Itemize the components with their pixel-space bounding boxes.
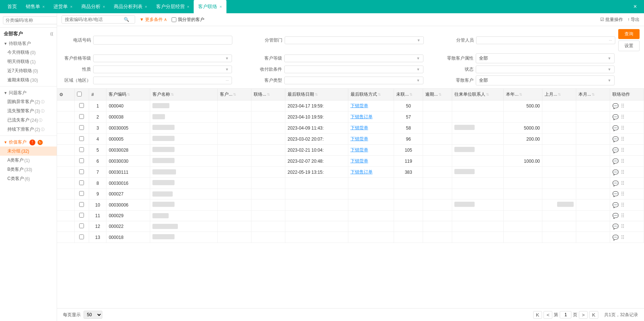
reset-button[interactable]: 设置 [618, 40, 640, 51]
next-page-btn[interactable]: > [579, 311, 588, 319]
th-last-date[interactable]: 最后联络日期⇅ [285, 89, 348, 100]
th-contact[interactable]: 联络...⇅ [251, 89, 285, 100]
nav-tab-sales[interactable]: 销售单 × [21, 0, 49, 13]
nav-tab-purchase[interactable]: 进货单 × [49, 0, 77, 13]
score-customers-group[interactable]: ▼ 价值客户 ! ↻ [0, 137, 57, 147]
row-check-4[interactable] [74, 145, 89, 156]
row-last-way-1[interactable]: 下销售订单 [348, 112, 394, 123]
sidebar-search-input[interactable] [3, 16, 57, 24]
row-checkbox-11[interactable] [79, 223, 84, 228]
department-select[interactable]: ▼ [285, 36, 424, 44]
close-icon-analysis[interactable]: × [103, 4, 105, 9]
close-icon-purchase[interactable]: × [70, 4, 72, 9]
search-icon[interactable]: 🔍 [124, 17, 129, 22]
chat-icon-12[interactable]: 💬 [612, 234, 619, 240]
sidebar-item-declining[interactable]: 持续下滑客户(2) ⓘ [0, 125, 57, 134]
row-check-5[interactable] [74, 156, 89, 167]
customer-type-select[interactable]: ▼ [284, 77, 423, 84]
th-last-month[interactable]: 上月...⇅ [542, 89, 576, 100]
th-cat[interactable]: 客户...⇅ [218, 89, 251, 100]
row-checkbox-10[interactable] [79, 213, 84, 218]
th-overdue[interactable]: 逾期...⇅ [423, 89, 452, 100]
sidebar-item-class-c[interactable]: C类客户(6) [0, 174, 57, 183]
grid-icon-0[interactable]: ⠿ [621, 103, 624, 109]
th-name[interactable]: 客户名称⇅ [150, 89, 218, 100]
row-check-10[interactable] [74, 211, 89, 221]
row-checkbox-8[interactable] [79, 191, 84, 196]
first-page-btn[interactable]: K [533, 311, 542, 319]
row-check-1[interactable] [74, 112, 89, 123]
row-last-way-0[interactable]: 下销货单 [348, 100, 394, 112]
export-btn[interactable]: ↑ 导出 [627, 17, 640, 23]
row-last-way-8[interactable] [348, 189, 394, 200]
row-check-6[interactable] [74, 167, 89, 178]
row-checkbox-6[interactable] [79, 169, 84, 174]
th-last-way[interactable]: 最后联络方式⇅ [348, 89, 394, 100]
price-level-select[interactable]: ▼ [93, 54, 232, 62]
close-icon-sales[interactable]: × [42, 4, 45, 9]
search-button[interactable]: 查询 [618, 29, 640, 39]
sidebar-item-churned[interactable]: 已流失客户(24) ⓘ [0, 116, 57, 125]
chat-icon-4[interactable]: 💬 [612, 147, 619, 153]
sidebar-item-ungroup[interactable]: 未分组(32) [0, 147, 57, 156]
chat-icon-8[interactable]: 💬 [612, 191, 619, 197]
chat-icon-3[interactable]: 💬 [612, 136, 619, 142]
chat-icon-9[interactable]: 💬 [612, 202, 619, 208]
region-select[interactable]: ··· [93, 77, 232, 84]
row-last-way-10[interactable] [348, 211, 394, 221]
grid-icon-4[interactable]: ⠿ [621, 147, 624, 153]
row-last-way-11[interactable] [348, 221, 394, 232]
sidebar-item-churn-warning[interactable]: 流失预警客户(3) ⓘ [0, 106, 57, 116]
chat-icon-10[interactable]: 💬 [612, 213, 619, 219]
row-last-way-6[interactable]: 下销售订单 [348, 167, 394, 178]
close-icon-customer-contact[interactable]: × [219, 4, 222, 9]
status-select[interactable]: ▼ [476, 66, 615, 73]
more-conditions-btn[interactable]: ▼ 更多条件 ∧ [140, 17, 167, 23]
row-check-8[interactable] [74, 189, 89, 200]
sidebar-item-overdue[interactable]: 逾期未联络(30) [0, 75, 57, 85]
grid-icon-11[interactable]: ⠿ [621, 223, 624, 229]
th-this-month[interactable]: 本月...⇅ [576, 89, 610, 100]
row-check-11[interactable] [74, 221, 89, 232]
sidebar-item-7days[interactable]: 近7天待联络(0) [0, 66, 57, 75]
page-input[interactable] [560, 311, 571, 318]
th-check[interactable] [74, 89, 89, 100]
phone-input[interactable] [93, 36, 232, 45]
chat-icon-5[interactable]: 💬 [612, 158, 619, 164]
row-checkbox-1[interactable] [79, 114, 84, 119]
th-code[interactable]: 客户编码⇅ [106, 89, 150, 100]
sidebar-item-tomorrow[interactable]: 明天待联络(1) [0, 57, 57, 66]
row-check-9[interactable] [74, 200, 89, 211]
nav-tab-analysis-list[interactable]: 商品分析列表 × [109, 0, 151, 13]
row-check-12[interactable] [74, 232, 89, 243]
customer-level-select[interactable]: ▼ [284, 54, 423, 62]
close-icon-analysis-list[interactable]: × [145, 4, 147, 9]
nav-tab-customer-contact[interactable]: 客户联络 × [194, 0, 226, 13]
nav-tab-analysis[interactable]: 商品分析 × [77, 0, 109, 13]
grid-icon-7[interactable]: ⠿ [621, 180, 624, 186]
select-all-checkbox[interactable] [77, 92, 82, 96]
row-last-way-4[interactable]: 下销货单 [348, 145, 394, 156]
th-gear[interactable]: ⚙ [57, 89, 74, 100]
grid-icon-8[interactable]: ⠿ [621, 191, 624, 197]
row-checkbox-0[interactable] [79, 103, 84, 108]
row-check-2[interactable] [74, 123, 89, 134]
chat-icon-7[interactable]: 💬 [612, 180, 619, 186]
retail-attr-select[interactable]: 全部 ▼ [476, 53, 615, 63]
row-checkbox-7[interactable] [79, 180, 84, 185]
sidebar-item-class-b[interactable]: B类客户(33) [0, 165, 57, 174]
row-last-way-9[interactable] [348, 200, 394, 211]
grid-icon-6[interactable]: ⠿ [621, 169, 624, 175]
nature-select[interactable]: ▼ [93, 66, 232, 73]
th-this-year[interactable]: 本年...⇅ [504, 89, 542, 100]
grid-icon-12[interactable]: ⠿ [621, 234, 624, 240]
close-icon-customer-layer[interactable]: × [187, 4, 189, 9]
window-close-button[interactable]: × [629, 0, 641, 13]
prev-page-btn[interactable]: < [543, 311, 552, 319]
grid-icon-9[interactable]: ⠿ [621, 202, 624, 208]
grid-icon-10[interactable]: ⠿ [621, 213, 624, 219]
per-page-select[interactable]: 50 100 200 [84, 311, 102, 319]
payment-select[interactable]: ▼ [284, 66, 423, 73]
nav-home[interactable]: 首页 [3, 0, 21, 13]
row-checkbox-3[interactable] [79, 136, 84, 141]
